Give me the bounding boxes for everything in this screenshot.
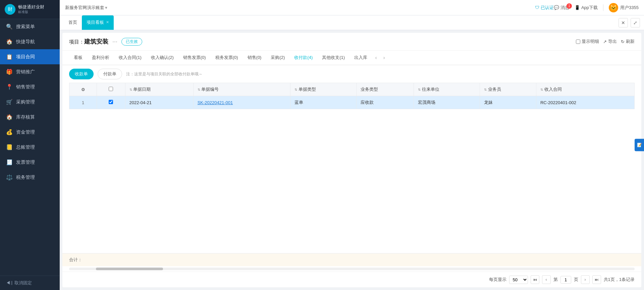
subnav-purchase[interactable]: 采购(2) xyxy=(266,51,289,65)
col-settings[interactable]: ⚙ xyxy=(69,83,97,96)
first-page-button[interactable]: ⏮ xyxy=(531,275,539,284)
page-size-select[interactable]: 50 100 200 xyxy=(509,276,528,284)
main-area: 新服务官网演示账套 ▼ 🛡 已认证 💬 消息 1 📱 App下载 🐱 用户335… xyxy=(60,0,644,290)
tabbar-controls: ✕ ⤢ xyxy=(619,18,640,27)
account-selector[interactable]: 新服务官网演示账套 ▼ xyxy=(65,5,528,11)
col-income-contract[interactable]: ⇅ 收入合同 xyxy=(536,83,634,96)
row-partner: 宏茂商场 xyxy=(414,96,480,109)
page-number-input[interactable] xyxy=(560,276,571,284)
tab-project-board[interactable]: 项目看板 ✕ xyxy=(82,15,114,30)
select-all-checkbox[interactable] xyxy=(109,87,113,91)
col-date[interactable]: ⇅ 单据日期 xyxy=(125,83,193,96)
topbar: 新服务官网演示账套 ▼ 🛡 已认证 💬 消息 1 📱 App下载 🐱 用户335… xyxy=(60,0,644,15)
scrollbar-thumb[interactable] xyxy=(96,268,163,270)
close-icon: ✕ xyxy=(621,20,625,25)
col-partner[interactable]: ⇅ 往来单位 xyxy=(414,83,480,96)
sidebar: 财 畅捷通好业财 标准版 🔍 搜索菜单 🏠 快捷导航 📋 项目合同 🎁 营销推广… xyxy=(0,0,60,290)
topbar-right: 💬 消息 1 📱 App下载 🐱 用户3355 xyxy=(554,3,639,12)
user-label: 用户3355 xyxy=(620,5,639,11)
user-menu[interactable]: 🐱 用户3355 xyxy=(609,3,639,12)
sidebar-item-project[interactable]: 📋 项目合同 xyxy=(0,49,60,64)
row-number[interactable]: SK-20220421-001 xyxy=(193,96,290,109)
sidebar-item-tax[interactable]: ⚖️ 税务管理 xyxy=(0,170,60,185)
page-size-label: 每页显示 xyxy=(489,277,506,283)
col-checkbox[interactable] xyxy=(97,83,125,96)
sidebar-item-label: 税务管理 xyxy=(16,174,35,180)
subnav-prev-btn[interactable]: ‹ xyxy=(372,54,380,62)
refresh-label: 刷新 xyxy=(626,39,635,45)
account-name: 新服务官网演示账套 xyxy=(65,5,104,11)
tabbar: 首页 项目看板 ✕ ✕ ⤢ xyxy=(60,15,644,30)
next-page-button[interactable]: › xyxy=(581,275,590,284)
prev-page-button[interactable]: ‹ xyxy=(542,275,551,284)
sidebar-item-invoice[interactable]: 🧾 发票管理 xyxy=(0,155,60,170)
sidebar-item-inventory[interactable]: 🏠 库存核算 xyxy=(0,110,60,125)
refresh-icon: ↻ xyxy=(621,39,625,44)
sidebar-logo: 财 畅捷通好业财 标准版 xyxy=(0,0,60,19)
sidebar-item-sales[interactable]: 📍 销售管理 xyxy=(0,79,60,94)
tab-home[interactable]: 首页 xyxy=(64,15,82,30)
subnav-income-confirm[interactable]: 收入确认(2) xyxy=(146,51,178,65)
content-area: 项目：建筑安装 ··· 已生效 显示明细 ↗ 导出 ↻ 刷新 xyxy=(62,33,641,287)
subtab-bar: 收款单 付款单 注：这里是与项目关联的全部收付款单哦～ xyxy=(62,65,641,83)
sidebar-item-ledger[interactable]: 📒 总账管理 xyxy=(0,140,60,155)
total-pages-label: 共1页，1条记录 xyxy=(604,277,635,283)
subtab-payment[interactable]: 付款单 xyxy=(98,69,122,79)
col-type[interactable]: ⇅ 单据类型 xyxy=(290,83,357,96)
last-page-button[interactable]: ⏭ xyxy=(592,275,601,284)
refresh-button[interactable]: ↻ 刷新 xyxy=(621,39,635,45)
col-salesperson[interactable]: ⇅ 业务员 xyxy=(480,83,536,96)
row-checkbox-cell[interactable] xyxy=(97,96,125,109)
subnav-kanban[interactable]: 看板 xyxy=(69,51,87,65)
row-checkbox[interactable] xyxy=(109,100,113,104)
sidebar-item-label: 资金管理 xyxy=(16,129,35,135)
ledger-icon: 📒 xyxy=(6,144,13,150)
float-record-button[interactable]: 📝 xyxy=(635,139,644,151)
export-icon: ↗ xyxy=(603,39,607,44)
table-container: ⚙ ⇅ 单据日期 ⇅ 单据编号 ⇅ 单据类型 业务类型 ⇅ 往来单位 ⇅ 业务员… xyxy=(62,83,641,253)
phone-icon: 📱 xyxy=(575,5,580,10)
data-table: ⚙ ⇅ 单据日期 ⇅ 单据编号 ⇅ 单据类型 业务类型 ⇅ 往来单位 ⇅ 业务员… xyxy=(69,83,635,109)
subnav-profit[interactable]: 盈利分析 xyxy=(87,51,114,65)
subnav-receipt[interactable]: 收付款(4) xyxy=(289,51,317,65)
subnav-sales[interactable]: 销售(0) xyxy=(243,51,266,65)
subnav-next-btn[interactable]: › xyxy=(380,54,388,62)
logo-icon: 财 xyxy=(5,4,15,15)
sidebar-item-finance[interactable]: 💰 资金管理 xyxy=(0,125,60,140)
row-number-link[interactable]: SK-20220421-001 xyxy=(198,100,233,105)
sidebar-item-quicknav[interactable]: 🏠 快捷导航 xyxy=(0,34,60,49)
subnav-tax-invoice[interactable]: 税务发票(0) xyxy=(211,51,243,65)
fullscreen-button[interactable]: ⤢ xyxy=(631,18,640,27)
sidebar-unpin[interactable]: ◀‖ 取消固定 xyxy=(0,276,60,290)
col-number[interactable]: ⇅ 单据编号 xyxy=(193,83,290,96)
close-window-button[interactable]: ✕ xyxy=(619,18,628,27)
sort-icon: ⇅ xyxy=(540,88,543,91)
message-button[interactable]: 💬 消息 1 xyxy=(554,5,569,11)
subtab-receipt[interactable]: 收款单 xyxy=(69,69,94,79)
subnav-other-expense[interactable]: 其他收支(1) xyxy=(317,51,350,65)
total-label: 合计： xyxy=(69,257,82,263)
purchase-icon: 🛒 xyxy=(6,99,13,105)
tab-close-icon[interactable]: ✕ xyxy=(106,20,109,24)
sidebar-item-marketing[interactable]: 🎁 营销推广 xyxy=(0,64,60,79)
row-date: 2022-04-21 xyxy=(125,96,193,109)
sales-icon: 📍 xyxy=(6,84,13,90)
show-detail-input[interactable] xyxy=(576,40,580,44)
horizontal-scrollbar[interactable] xyxy=(69,268,635,270)
show-detail-checkbox[interactable]: 显示明细 xyxy=(576,39,599,45)
logo-name: 畅捷通好业财 xyxy=(18,4,44,10)
float-btn-label: 📝 xyxy=(637,142,642,148)
project-icon: 📋 xyxy=(6,54,13,60)
sidebar-item-purchase[interactable]: 🛒 采购管理 xyxy=(0,94,60,110)
message-icon: 💬 xyxy=(554,5,559,10)
sort-icon: ⇅ xyxy=(294,88,297,91)
subnav-inout[interactable]: 出入库 xyxy=(350,51,372,65)
sidebar-item-search[interactable]: 🔍 搜索菜单 xyxy=(0,19,60,34)
subnav-sales-invoice[interactable]: 销售发票(0) xyxy=(178,51,211,65)
project-more-button[interactable]: ··· xyxy=(112,38,117,45)
export-button[interactable]: ↗ 导出 xyxy=(603,39,617,45)
subnav-income-contract[interactable]: 收入合同(1) xyxy=(114,51,146,65)
project-title: 项目：建筑安装 xyxy=(69,38,108,46)
app-download-button[interactable]: 📱 App下载 xyxy=(575,5,598,11)
page-suffix: 页 xyxy=(574,277,578,283)
